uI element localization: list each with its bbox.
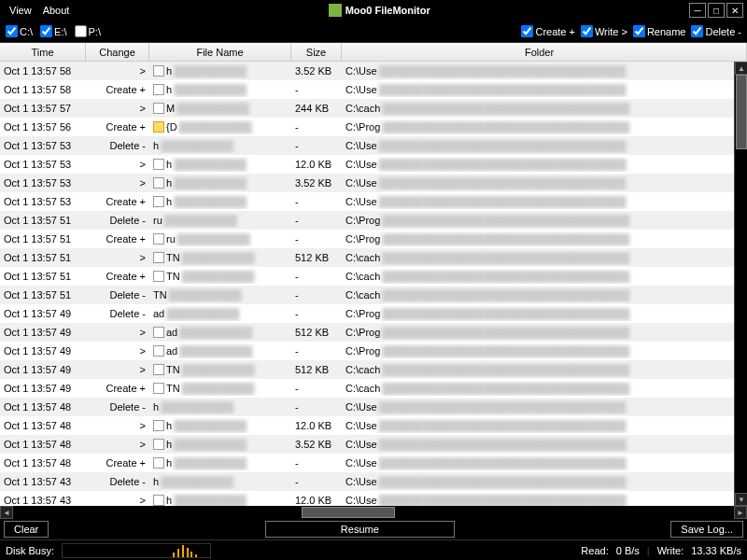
cell-time: Oct 1 13:57 53 xyxy=(0,194,86,209)
file-icon xyxy=(153,420,164,431)
cell-size: - xyxy=(291,138,342,153)
header-filename[interactable]: File Name xyxy=(149,43,291,61)
cell-size: - xyxy=(291,119,342,134)
scroll-down-button[interactable]: ▼ xyxy=(735,493,747,506)
hscroll-thumb[interactable] xyxy=(302,507,395,518)
table-row[interactable]: Oct 1 13:57 48Create +h██████████-C:\Use… xyxy=(0,454,747,472)
write-label: Write: xyxy=(657,545,684,556)
cell-time: Oct 1 13:57 43 xyxy=(0,474,86,489)
file-icon xyxy=(153,457,164,469)
cell-change: > xyxy=(86,157,149,172)
drive-check-input[interactable] xyxy=(40,25,52,37)
filter-check-input[interactable] xyxy=(581,25,593,37)
save-log-button[interactable]: Save Log... xyxy=(670,521,743,538)
cell-size: 12.0 KB xyxy=(291,493,342,506)
resume-button[interactable]: Resume xyxy=(265,521,455,538)
table-row[interactable]: Oct 1 13:57 49>ad██████████-C:\Prog█████… xyxy=(0,342,747,360)
table-row[interactable]: Oct 1 13:57 49Delete -ad██████████-C:\Pr… xyxy=(0,304,747,323)
file-icon xyxy=(153,233,164,245)
cell-change: > xyxy=(86,362,149,377)
drive-check-input[interactable] xyxy=(6,25,18,37)
filter-checkbox[interactable]: Delete - xyxy=(691,25,741,37)
close-button[interactable]: ✕ xyxy=(726,3,743,18)
drive-checkbox[interactable]: P:\ xyxy=(75,25,101,37)
table-row[interactable]: Oct 1 13:57 51Create +ru██████████-C:\Pr… xyxy=(0,230,747,248)
scroll-up-button[interactable]: ▲ xyxy=(735,62,747,75)
disk-busy-label: Disk Busy: xyxy=(6,545,54,556)
menu-about[interactable]: About xyxy=(43,5,70,16)
cell-folder: C:\cach█████████████████████████████████… xyxy=(342,250,747,265)
scroll-right-button[interactable]: ► xyxy=(734,506,747,519)
cell-change: Create + xyxy=(86,119,149,134)
header-folder[interactable]: Folder xyxy=(342,43,747,61)
file-icon xyxy=(153,196,164,207)
file-grid[interactable]: Oct 1 13:57 58>h██████████3.52 KBC:\Use█… xyxy=(0,62,747,506)
cell-folder: C:\Prog█████████████████████████████████… xyxy=(342,325,747,340)
filter-check-input[interactable] xyxy=(633,25,645,37)
table-row[interactable]: Oct 1 13:57 43Delete -h██████████-C:\Use… xyxy=(0,472,747,491)
table-row[interactable]: Oct 1 13:57 53>h██████████12.0 KBC:\Use█… xyxy=(0,155,747,174)
filter-checkbox[interactable]: Create + xyxy=(521,25,575,37)
cell-folder: C:\Prog█████████████████████████████████… xyxy=(342,231,747,246)
cell-time: Oct 1 13:57 53 xyxy=(0,157,86,172)
cell-folder: C:\Use██████████████████████████████████ xyxy=(342,474,747,489)
cell-filename: TN██████████ xyxy=(149,362,291,377)
table-row[interactable]: Oct 1 13:57 56Create +{D██████████-C:\Pr… xyxy=(0,118,747,136)
filter-checkbox[interactable]: Rename xyxy=(633,25,686,37)
drive-checkbox[interactable]: E:\ xyxy=(40,25,66,37)
file-icon xyxy=(153,84,164,95)
clear-button[interactable]: Clear xyxy=(4,521,49,538)
cell-filename: TN██████████ xyxy=(149,269,291,284)
header-size[interactable]: Size xyxy=(291,43,342,61)
horizontal-scrollbar[interactable]: ◄ ► xyxy=(0,506,747,519)
cell-filename: {D██████████ xyxy=(149,119,291,134)
table-row[interactable]: Oct 1 13:57 49>TN██████████512 KBC:\cach… xyxy=(0,360,747,379)
table-row[interactable]: Oct 1 13:57 53>h██████████3.52 KBC:\Use█… xyxy=(0,174,747,192)
cell-size: 12.0 KB xyxy=(291,157,342,172)
cell-size: 3.52 KB xyxy=(291,437,342,452)
table-row[interactable]: Oct 1 13:57 58>h██████████3.52 KBC:\Use█… xyxy=(0,62,747,80)
menu-view[interactable]: View xyxy=(9,5,32,16)
table-row[interactable]: Oct 1 13:57 49Create +TN██████████-C:\ca… xyxy=(0,379,747,398)
minimize-button[interactable]: ─ xyxy=(689,3,706,18)
column-headers: Time Change File Name Size Folder xyxy=(0,43,747,62)
disk-busy-graph xyxy=(62,543,211,558)
cell-time: Oct 1 13:57 48 xyxy=(0,399,86,414)
cell-filename: TN██████████ xyxy=(149,250,291,265)
cell-change: > xyxy=(86,63,149,78)
vscroll-thumb[interactable] xyxy=(736,75,747,149)
table-row[interactable]: Oct 1 13:57 53Delete -h██████████-C:\Use… xyxy=(0,136,747,155)
table-row[interactable]: Oct 1 13:57 51Delete -ru██████████-C:\Pr… xyxy=(0,211,747,230)
table-row[interactable]: Oct 1 13:57 49>ad██████████512 KBC:\Prog… xyxy=(0,323,747,342)
filter-checkbox[interactable]: Write > xyxy=(581,25,627,37)
file-icon xyxy=(153,103,164,114)
table-row[interactable]: Oct 1 13:57 48Delete -h██████████-C:\Use… xyxy=(0,398,747,416)
header-change[interactable]: Change xyxy=(86,43,149,61)
table-row[interactable]: Oct 1 13:57 48>h██████████3.52 KBC:\Use█… xyxy=(0,435,747,454)
table-row[interactable]: Oct 1 13:57 51>TN██████████512 KBC:\cach… xyxy=(0,248,747,267)
table-row[interactable]: Oct 1 13:57 58Create +h██████████-C:\Use… xyxy=(0,80,747,99)
drive-check-input[interactable] xyxy=(75,25,87,37)
cell-folder: C:\Use██████████████████████████████████ xyxy=(342,138,747,153)
scroll-left-button[interactable]: ◄ xyxy=(0,506,13,519)
filter-check-input[interactable] xyxy=(691,25,703,37)
cell-size: 3.52 KB xyxy=(291,175,342,190)
table-row[interactable]: Oct 1 13:57 51Delete -TN██████████-C:\ca… xyxy=(0,286,747,304)
cell-folder: C:\cach█████████████████████████████████… xyxy=(342,381,747,396)
table-row[interactable]: Oct 1 13:57 48>h██████████12.0 KBC:\Use█… xyxy=(0,416,747,435)
cell-size: - xyxy=(291,474,342,489)
table-row[interactable]: Oct 1 13:57 53Create +h██████████-C:\Use… xyxy=(0,192,747,211)
file-icon xyxy=(153,364,164,375)
table-row[interactable]: Oct 1 13:57 43>h██████████12.0 KBC:\Use█… xyxy=(0,491,747,506)
drive-checkbox[interactable]: C:\ xyxy=(6,25,33,37)
header-time[interactable]: Time xyxy=(0,43,86,61)
filter-check-input[interactable] xyxy=(521,25,533,37)
cell-change: > xyxy=(86,101,149,116)
vertical-scrollbar[interactable]: ▲ ▼ xyxy=(734,62,747,506)
cell-time: Oct 1 13:57 51 xyxy=(0,269,86,284)
cell-folder: C:\cach█████████████████████████████████… xyxy=(342,362,747,377)
cell-change: Create + xyxy=(86,82,149,97)
maximize-button[interactable]: □ xyxy=(708,3,725,18)
table-row[interactable]: Oct 1 13:57 57>M██████████244 KBC:\cach█… xyxy=(0,99,747,118)
table-row[interactable]: Oct 1 13:57 51Create +TN██████████-C:\ca… xyxy=(0,267,747,286)
